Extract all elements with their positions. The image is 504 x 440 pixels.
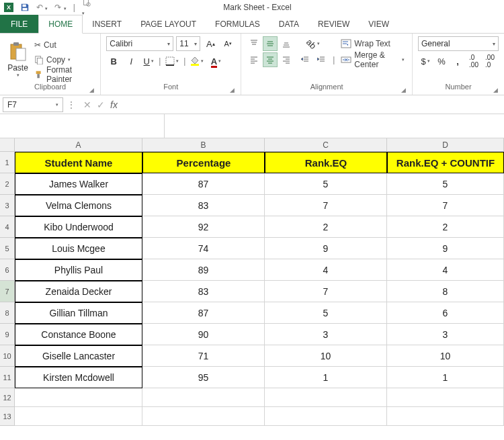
cell-rank-eq[interactable]: 7: [265, 281, 387, 302]
row-header[interactable]: 4: [0, 216, 15, 238]
format-painter-button[interactable]: Format Painter: [34, 68, 95, 81]
align-bottom-icon[interactable]: [279, 36, 294, 51]
cell-rank-countif[interactable]: 6: [387, 302, 504, 324]
cell-student-name[interactable]: Louis Mcgee: [15, 238, 142, 259]
cell[interactable]: [265, 388, 387, 407]
clipboard-dialog-launcher-icon[interactable]: ◢: [88, 87, 95, 93]
increase-decimal-icon[interactable]: .0.00: [466, 54, 481, 69]
decrease-font-icon[interactable]: A▾: [220, 36, 235, 51]
tab-insert[interactable]: INSERT: [83, 15, 131, 33]
number-format-combo[interactable]: General▾: [418, 36, 499, 51]
row-header[interactable]: 6: [0, 259, 15, 281]
cell-percentage[interactable]: 87: [142, 302, 265, 324]
cell-rank-eq[interactable]: 9: [265, 238, 387, 259]
paste-icon[interactable]: [9, 42, 28, 63]
cell-percentage[interactable]: 90: [142, 324, 265, 345]
cell-student-name[interactable]: James Walker: [15, 173, 142, 195]
cell[interactable]: [15, 388, 142, 407]
cell-rank-eq[interactable]: 2: [265, 216, 387, 238]
cell-rank-eq[interactable]: 3: [265, 324, 387, 345]
font-color-button[interactable]: A▾: [208, 54, 223, 69]
tab-page-layout[interactable]: PAGE LAYOUT: [131, 15, 206, 33]
cell-student-name[interactable]: Kirsten Mcdowell: [15, 367, 142, 388]
cell[interactable]: [15, 407, 142, 426]
tab-view[interactable]: VIEW: [359, 15, 398, 33]
border-button[interactable]: ▾: [163, 54, 181, 69]
formula-input[interactable]: [126, 97, 501, 112]
percent-format-button[interactable]: %: [434, 54, 449, 69]
col-header-d[interactable]: D: [387, 138, 504, 152]
worksheet-grid[interactable]: A B C D 1 Student Name Percentage Rank.E…: [0, 138, 504, 426]
row-header[interactable]: 9: [0, 324, 15, 345]
enter-icon[interactable]: ✓: [97, 99, 105, 110]
cell-rank-countif[interactable]: 2: [387, 216, 504, 238]
font-size-combo[interactable]: 11▾: [176, 36, 200, 51]
cell-student-name[interactable]: Zenaida Decker: [15, 281, 142, 302]
header-cell[interactable]: Student Name: [15, 152, 142, 173]
cell-percentage[interactable]: 71: [142, 345, 265, 367]
row-header[interactable]: 12: [0, 388, 15, 407]
align-right-icon[interactable]: [279, 52, 294, 67]
cell-rank-eq[interactable]: 7: [265, 195, 387, 216]
cell-student-name[interactable]: Gillian Tillman: [15, 302, 142, 324]
cell-student-name[interactable]: Velma Clemons: [15, 195, 142, 216]
header-cell[interactable]: Rank.EQ: [265, 152, 387, 173]
align-center-icon[interactable]: [263, 52, 278, 67]
cell-rank-eq[interactable]: 4: [265, 259, 387, 281]
name-box[interactable]: F7▾: [3, 97, 63, 112]
cell-rank-eq[interactable]: 10: [265, 345, 387, 367]
cancel-icon[interactable]: ✕: [83, 99, 91, 110]
orientation-button[interactable]: ab▾: [298, 36, 329, 51]
cell-percentage[interactable]: 83: [142, 281, 265, 302]
col-header-b[interactable]: B: [142, 138, 265, 152]
cut-button[interactable]: ✂Cut: [34, 38, 95, 52]
paste-dropdown-icon[interactable]: ▾: [17, 73, 19, 78]
tab-data[interactable]: DATA: [269, 15, 308, 33]
cell-percentage[interactable]: 83: [142, 195, 265, 216]
cell-student-name[interactable]: Constance Boone: [15, 324, 142, 345]
fx-icon[interactable]: fx: [110, 99, 118, 110]
cell-student-name[interactable]: Phyllis Paul: [15, 259, 142, 281]
alignment-dialog-launcher-icon[interactable]: ◢: [400, 87, 407, 93]
row-header[interactable]: 2: [0, 173, 15, 195]
merge-center-button[interactable]: Merge & Center▾: [339, 52, 407, 67]
tab-review[interactable]: REVIEW: [308, 15, 359, 33]
row-header[interactable]: 5: [0, 238, 15, 259]
italic-button[interactable]: I: [124, 54, 138, 69]
cell-student-name[interactable]: Giselle Lancaster: [15, 345, 142, 367]
number-dialog-launcher-icon[interactable]: ◢: [492, 87, 499, 93]
accounting-format-button[interactable]: $▾: [418, 54, 433, 69]
underline-button[interactable]: U▾: [141, 54, 156, 69]
undo-icon[interactable]: ↶ ▾: [36, 3, 48, 12]
font-name-combo[interactable]: Calibri▾: [106, 36, 173, 51]
increase-font-icon[interactable]: A▴: [203, 36, 218, 51]
col-header-a[interactable]: A: [15, 138, 142, 152]
cell[interactable]: [387, 388, 504, 407]
cell[interactable]: [142, 407, 265, 426]
cell-rank-eq[interactable]: 5: [265, 173, 387, 195]
row-header[interactable]: 8: [0, 302, 15, 324]
cell-rank-countif[interactable]: 8: [387, 281, 504, 302]
align-top-icon[interactable]: [247, 36, 261, 51]
decrease-decimal-icon[interactable]: .00.0: [482, 54, 497, 69]
bold-button[interactable]: B: [106, 54, 121, 69]
paste-label[interactable]: Paste: [7, 63, 28, 73]
cell-percentage[interactable]: 74: [142, 238, 265, 259]
cell[interactable]: [142, 388, 265, 407]
cell-percentage[interactable]: 87: [142, 173, 265, 195]
cell-rank-countif[interactable]: 3: [387, 324, 504, 345]
comma-format-button[interactable]: ,: [450, 54, 465, 69]
row-header[interactable]: 3: [0, 195, 15, 216]
cell-rank-eq[interactable]: 5: [265, 302, 387, 324]
header-cell[interactable]: Percentage: [142, 152, 265, 173]
increase-indent-icon[interactable]: [314, 52, 329, 67]
col-header-c[interactable]: C: [265, 138, 387, 152]
cell-rank-countif[interactable]: 4: [387, 259, 504, 281]
align-left-icon[interactable]: [247, 52, 261, 67]
copy-button[interactable]: Copy▾: [34, 53, 95, 67]
cell-percentage[interactable]: 89: [142, 259, 265, 281]
cell-rank-countif[interactable]: 10: [387, 345, 504, 367]
row-header[interactable]: 7: [0, 281, 15, 302]
cell-rank-countif[interactable]: 7: [387, 195, 504, 216]
cell-rank-countif[interactable]: 5: [387, 173, 504, 195]
